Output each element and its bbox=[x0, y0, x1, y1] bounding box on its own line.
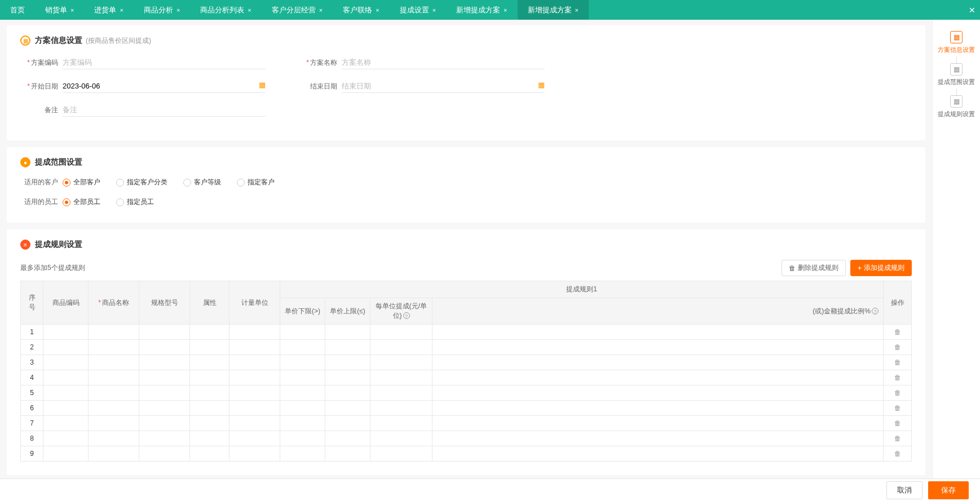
cell-attr[interactable] bbox=[190, 401, 229, 416]
cell-spec[interactable] bbox=[139, 385, 190, 401]
cell-price-high[interactable] bbox=[325, 401, 370, 416]
cell-name[interactable] bbox=[89, 431, 139, 446]
cell-unit[interactable] bbox=[229, 355, 280, 370]
tab-close-icon[interactable]: × bbox=[575, 7, 579, 14]
cell-price-low[interactable] bbox=[280, 355, 325, 370]
cell-or-ratio[interactable] bbox=[432, 355, 884, 370]
cell-name[interactable] bbox=[89, 325, 139, 340]
cell-price-low[interactable] bbox=[280, 385, 325, 401]
tab[interactable]: 进货单× bbox=[84, 0, 133, 20]
radio-option[interactable]: 客户等级 bbox=[183, 178, 221, 187]
table-row[interactable]: 9🗑 bbox=[21, 446, 912, 462]
trash-icon[interactable]: 🗑 bbox=[894, 450, 901, 458]
cell-per-unit[interactable] bbox=[370, 401, 432, 416]
cell-unit[interactable] bbox=[229, 446, 280, 462]
tab[interactable]: 商品分析× bbox=[134, 0, 190, 20]
trash-icon[interactable]: 🗑 bbox=[894, 435, 901, 442]
cell-code[interactable] bbox=[43, 325, 89, 340]
cell-unit[interactable] bbox=[229, 325, 280, 340]
cell-name[interactable] bbox=[89, 385, 139, 401]
cell-price-high[interactable] bbox=[325, 431, 370, 446]
cell-code[interactable] bbox=[43, 416, 89, 431]
tab[interactable]: 提成设置× bbox=[390, 0, 446, 20]
cell-price-low[interactable] bbox=[280, 431, 325, 446]
cell-price-low[interactable] bbox=[280, 416, 325, 431]
anchor-item[interactable]: ▦提成规则设置 bbox=[938, 95, 975, 118]
cell-name[interactable] bbox=[89, 401, 139, 416]
close-all-tabs-icon[interactable]: ✕ bbox=[969, 6, 975, 15]
cell-per-unit[interactable] bbox=[370, 385, 432, 401]
trash-icon[interactable]: 🗑 bbox=[894, 419, 901, 427]
trash-icon[interactable]: 🗑 bbox=[894, 328, 901, 336]
info-icon[interactable]: ? bbox=[872, 308, 879, 314]
cell-name[interactable] bbox=[89, 416, 139, 431]
cell-per-unit[interactable] bbox=[370, 325, 432, 340]
tab-close-icon[interactable]: × bbox=[176, 7, 180, 14]
cell-per-unit[interactable] bbox=[370, 416, 432, 431]
cell-attr[interactable] bbox=[190, 370, 229, 385]
cell-or-ratio[interactable] bbox=[432, 431, 884, 446]
table-row[interactable]: 1🗑 bbox=[21, 325, 912, 340]
anchor-item[interactable]: ▦方案信息设置 bbox=[938, 31, 975, 54]
tab[interactable]: 商品分析列表× bbox=[190, 0, 261, 20]
cell-per-unit[interactable] bbox=[370, 340, 432, 355]
cell-code[interactable] bbox=[43, 370, 89, 385]
cell-spec[interactable] bbox=[139, 446, 190, 462]
cell-spec[interactable] bbox=[139, 370, 190, 385]
tab-close-icon[interactable]: × bbox=[504, 7, 507, 14]
trash-icon[interactable]: 🗑 bbox=[894, 358, 901, 366]
table-row[interactable]: 4🗑 bbox=[21, 370, 912, 385]
table-row[interactable]: 8🗑 bbox=[21, 431, 912, 446]
radio-option[interactable]: 指定客户分类 bbox=[116, 178, 167, 187]
cell-spec[interactable] bbox=[139, 325, 190, 340]
table-row[interactable]: 3🗑 bbox=[21, 355, 912, 370]
radio-option[interactable]: 全部客户 bbox=[63, 178, 100, 187]
tab[interactable]: 新增提成方案× bbox=[446, 0, 517, 20]
cell-name[interactable] bbox=[89, 370, 139, 385]
cell-code[interactable] bbox=[43, 431, 89, 446]
trash-icon[interactable]: 🗑 bbox=[894, 343, 901, 351]
cell-price-low[interactable] bbox=[280, 340, 325, 355]
cell-attr[interactable] bbox=[190, 355, 229, 370]
delete-rule-button[interactable]: 🗑 删除提成规则 bbox=[782, 260, 846, 276]
cell-attr[interactable] bbox=[190, 340, 229, 355]
name-input[interactable] bbox=[342, 56, 545, 69]
cell-price-high[interactable] bbox=[325, 370, 370, 385]
cell-price-high[interactable] bbox=[325, 416, 370, 431]
cell-unit[interactable] bbox=[229, 401, 280, 416]
cell-spec[interactable] bbox=[139, 431, 190, 446]
cell-per-unit[interactable] bbox=[370, 370, 432, 385]
cell-name[interactable] bbox=[89, 340, 139, 355]
tab-close-icon[interactable]: × bbox=[376, 7, 379, 14]
cell-or-ratio[interactable] bbox=[432, 401, 884, 416]
tab-close-icon[interactable]: × bbox=[248, 7, 251, 14]
remark-input[interactable] bbox=[63, 103, 266, 117]
add-rule-button[interactable]: + 添加提成规则 bbox=[850, 260, 912, 276]
cell-or-ratio[interactable] bbox=[432, 370, 884, 385]
cell-attr[interactable] bbox=[190, 416, 229, 431]
table-row[interactable]: 6🗑 bbox=[21, 401, 912, 416]
tab-close-icon[interactable]: × bbox=[432, 7, 436, 14]
calendar-icon[interactable]: ▦ bbox=[538, 81, 545, 89]
trash-icon[interactable]: 🗑 bbox=[894, 374, 901, 382]
tab-close-icon[interactable]: × bbox=[120, 7, 123, 14]
cell-unit[interactable] bbox=[229, 416, 280, 431]
cell-name[interactable] bbox=[89, 355, 139, 370]
cell-code[interactable] bbox=[43, 340, 89, 355]
cell-attr[interactable] bbox=[190, 325, 229, 340]
table-row[interactable]: 7🗑 bbox=[21, 416, 912, 431]
start-date-input[interactable] bbox=[63, 79, 266, 93]
tab-close-icon[interactable]: × bbox=[319, 7, 323, 14]
cell-code[interactable] bbox=[43, 401, 89, 416]
cell-per-unit[interactable] bbox=[370, 446, 432, 462]
radio-option[interactable]: 全部员工 bbox=[63, 197, 100, 207]
cell-code[interactable] bbox=[43, 446, 89, 462]
trash-icon[interactable]: 🗑 bbox=[894, 389, 901, 397]
cell-price-high[interactable] bbox=[325, 385, 370, 401]
cell-price-high[interactable] bbox=[325, 325, 370, 340]
code-input[interactable] bbox=[63, 56, 266, 69]
cell-or-ratio[interactable] bbox=[432, 446, 884, 462]
trash-icon[interactable]: 🗑 bbox=[894, 404, 901, 412]
cell-name[interactable] bbox=[89, 446, 139, 462]
tab[interactable]: 销货单× bbox=[35, 0, 84, 20]
